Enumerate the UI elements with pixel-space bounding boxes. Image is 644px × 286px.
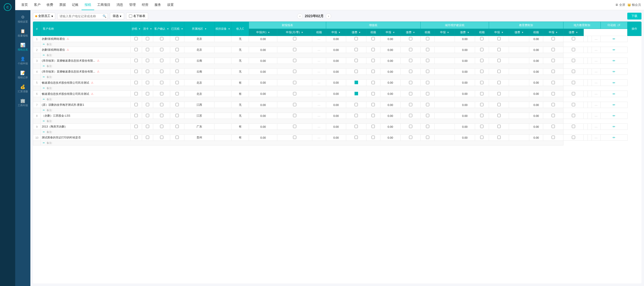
cb-city-pay[interactable] (426, 92, 429, 95)
checkbox-1[interactable] (146, 48, 149, 51)
cb-vat-pay[interactable] (372, 59, 375, 62)
edit-icon[interactable]: ✏ (613, 92, 615, 96)
checkbox-0[interactable] (134, 114, 138, 117)
checkbox-2[interactable] (160, 103, 163, 106)
cb-edu-pay[interactable] (497, 114, 501, 117)
cb-local-pay[interactable] (572, 92, 575, 95)
cb-city[interactable] (409, 136, 412, 139)
cb-edu[interactable] (480, 48, 483, 51)
cb-city[interactable] (409, 103, 412, 106)
cb-edu-pay[interactable] (497, 37, 501, 40)
cb-caibao-year[interactable] (293, 37, 296, 40)
sidebar-item-annual-clear[interactable]: 💰 汇算清缴 (15, 82, 30, 96)
cb-city-pay[interactable] (426, 136, 429, 139)
cb-caibao-year[interactable] (293, 92, 296, 95)
sub-vat-declare[interactable]: 申报 ▼ (326, 29, 346, 36)
sub-caibao-month[interactable]: 申报(月/季) ▼ (277, 29, 312, 36)
cb-vat-pay[interactable] (372, 70, 375, 73)
prev-month-button[interactable]: ‹ (297, 13, 303, 19)
col-paid[interactable]: 已完税 ▼ (170, 22, 184, 36)
company-name[interactable]: 勿删!新税网络通信 (42, 37, 65, 40)
cb-caibao-year[interactable] (293, 81, 296, 84)
cb-vat-pay[interactable] (372, 92, 375, 95)
checkbox-0[interactable] (134, 136, 138, 139)
name-label-checkbox[interactable] (129, 14, 132, 18)
cb-local[interactable] (552, 136, 555, 139)
nav-home[interactable]: 首页 (18, 0, 31, 10)
edit-icon[interactable]: ✏ (613, 81, 615, 85)
col-clear-card[interactable]: 清卡 ▼ (142, 22, 153, 36)
cb-city[interactable] (409, 59, 412, 62)
cb-local-pay[interactable] (572, 37, 575, 40)
cb-local-pay[interactable] (572, 81, 575, 84)
cb-edu-pay[interactable] (497, 59, 501, 62)
cb-local-pay[interactable] (572, 103, 575, 106)
cb-vat[interactable] (355, 70, 358, 73)
cb-vat[interactable] (355, 48, 358, 51)
edit-icon[interactable]: ✏ (613, 70, 615, 74)
cb-city-pay[interactable] (426, 103, 429, 106)
cb-caibao-year[interactable] (293, 70, 296, 73)
cb-vat-pay[interactable] (372, 136, 375, 139)
cb-city[interactable] (409, 125, 412, 128)
cb-vat-pay[interactable] (372, 48, 375, 51)
col-confirm[interactable]: 客户确认 ▼ (153, 22, 170, 36)
cb-edu-pay[interactable] (497, 92, 501, 95)
cb-caibao-year[interactable] (293, 48, 296, 51)
sidebar-item-tax-overview[interactable]: 📊 报税总览 (15, 40, 30, 54)
edit-icon[interactable]: ✏ (613, 136, 615, 139)
checkbox-2[interactable] (160, 48, 163, 51)
cb-local-pay[interactable] (572, 70, 575, 73)
cb-city[interactable] (409, 48, 412, 51)
cb-local-pay[interactable] (572, 114, 575, 117)
edit-icon[interactable]: ✏ (613, 125, 615, 129)
checkbox-0[interactable] (134, 70, 138, 73)
checkbox-1[interactable] (146, 37, 149, 40)
cb-local[interactable] (552, 37, 555, 40)
cb-edu-pay[interactable] (497, 125, 501, 128)
nav-fee[interactable]: 收费 (44, 0, 56, 10)
checkbox-0[interactable] (134, 92, 138, 95)
cb-local[interactable] (552, 114, 555, 117)
cb-edu[interactable] (480, 114, 483, 117)
company-name[interactable]: (库存核算）直播畅速通信息技术股份有限... (42, 59, 95, 62)
cb-edu[interactable] (480, 136, 483, 139)
sidebar-item-batch-tax[interactable]: 📋 批量报税 (15, 26, 30, 40)
company-name[interactable]: 测试斯春的凭证打印的时候是否 (42, 136, 81, 139)
checkbox-3[interactable] (175, 37, 179, 40)
nav-service[interactable]: 服务 (151, 0, 164, 10)
sub-edu-declare[interactable]: 申报 ▼ (435, 29, 455, 36)
checkbox-1[interactable] (146, 81, 149, 84)
checkbox-0[interactable] (134, 48, 138, 51)
fullscreen-btn[interactable]: 🖥 全屏 (615, 3, 625, 7)
cb-local[interactable] (552, 92, 555, 95)
cb-vat-pay[interactable] (372, 103, 375, 106)
download-button[interactable]: 下载 (627, 13, 641, 20)
cb-local-pay[interactable] (572, 59, 575, 62)
sub-city-pay[interactable]: 缴费 ▼ (400, 29, 421, 36)
checkbox-0[interactable] (134, 37, 138, 40)
nav-operation[interactable]: 经营 (139, 0, 151, 10)
cb-edu[interactable] (480, 92, 483, 95)
cb-city-pay[interactable] (426, 48, 429, 51)
checkbox-3[interactable] (175, 114, 179, 117)
employee-select[interactable]: 全部员工 ▾ (33, 13, 55, 20)
cb-local[interactable] (552, 48, 555, 51)
edit-icon[interactable]: ✏ (613, 114, 615, 118)
company-name[interactable]: 畅速通信息技术股份有限公司民非测试 (42, 92, 89, 95)
cb-vat[interactable] (355, 125, 358, 128)
cb-edu[interactable] (480, 70, 483, 73)
sub-stamp-declare[interactable]: 申报 ▼ (543, 29, 563, 36)
cb-caibao-year[interactable] (293, 59, 296, 62)
checkbox-3[interactable] (175, 59, 179, 62)
checkbox-2[interactable] (160, 125, 163, 128)
nav-bookkeeping[interactable]: 记账 (69, 0, 82, 10)
cb-edu[interactable] (480, 37, 483, 40)
cb-city[interactable] (409, 81, 412, 84)
col-region[interactable]: 所属地区 ▼ (184, 22, 214, 36)
cb-city-pay[interactable] (426, 70, 429, 73)
member-btn[interactable]: 👑 畅会员 (627, 3, 641, 7)
edit-icon[interactable]: ✏ (613, 37, 615, 41)
checkbox-2[interactable] (160, 81, 163, 84)
checkbox-2[interactable] (160, 70, 163, 73)
